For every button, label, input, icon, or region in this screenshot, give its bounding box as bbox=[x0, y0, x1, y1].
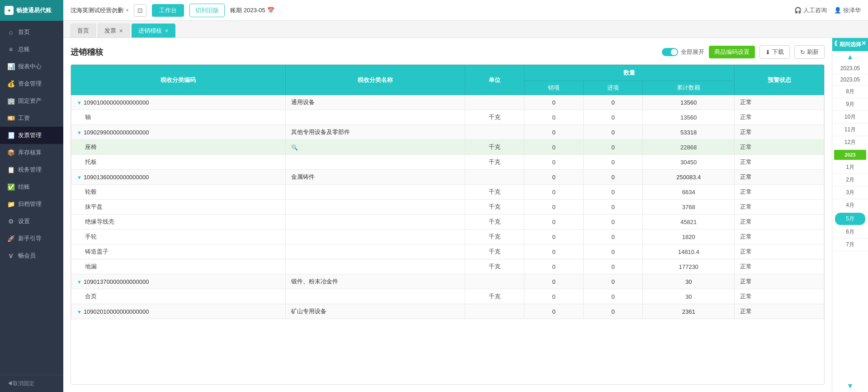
sidebar-item-guide[interactable]: 🚀 新手引导 bbox=[0, 230, 63, 247]
product-code-settings-button[interactable]: 商品编码设置 bbox=[709, 46, 755, 58]
workbench-button[interactable]: 工作台 bbox=[152, 4, 184, 17]
expand-icon[interactable]: ▼ bbox=[77, 309, 82, 315]
period-scroll-down-button[interactable]: ▼ bbox=[832, 380, 868, 392]
save-draft-button[interactable]: ⊡ bbox=[134, 4, 146, 17]
period-scroll-up-button[interactable]: ▲ bbox=[832, 51, 868, 63]
sidebar-item-settlement[interactable]: ✅ 结账 bbox=[0, 178, 63, 196]
period-item[interactable]: 6月 bbox=[832, 226, 868, 239]
cell-tax-name bbox=[285, 200, 465, 215]
main-panel: 进销稽核 全部展开 商品编码设置 ⬇ 下载 ↻ 刷 bbox=[63, 38, 832, 392]
col-header-total: 累计数额 bbox=[643, 81, 735, 95]
cell-tax-name bbox=[285, 155, 465, 170]
close-period-icon[interactable]: ✕ bbox=[861, 40, 866, 47]
app-logo: ✦ 畅捷通易代账 bbox=[0, 0, 63, 21]
top-bar-right: 🎧 人工咨询 👤 徐泽华 bbox=[794, 6, 861, 14]
sidebar-item-vip[interactable]: V 畅会员 bbox=[0, 247, 63, 264]
page-title: 进销稽核 bbox=[71, 47, 103, 57]
tab-home-label: 首页 bbox=[77, 27, 89, 35]
cell-status: 正常 bbox=[735, 185, 824, 200]
table-row: 托板 千克 0 0 30450 正常 bbox=[71, 155, 824, 170]
download-button[interactable]: ⬇ 下载 bbox=[760, 45, 790, 59]
cell-purchase: 0 bbox=[584, 274, 643, 289]
period-item[interactable]: 1月 bbox=[832, 161, 868, 174]
period-item[interactable]: 2023.05 bbox=[832, 74, 868, 86]
period-item[interactable]: 10月 bbox=[832, 111, 868, 124]
user-service-button[interactable]: 🎧 人工咨询 bbox=[794, 6, 827, 14]
period-item[interactable]: 4月 bbox=[832, 199, 868, 212]
cell-unit: 千克 bbox=[465, 140, 524, 155]
period-item[interactable]: 7月 bbox=[832, 239, 868, 251]
sidebar-item-inventory[interactable]: 📦 库存核算 bbox=[0, 144, 63, 161]
refresh-button[interactable]: ↻ 刷新 bbox=[794, 45, 825, 59]
data-table-container: 税收分类编码 税收分类名称 单位 数量 预警状态 销项 进项 累计数额 bbox=[71, 64, 825, 385]
period-year-marker: 2023 bbox=[834, 150, 866, 160]
period-label: 账期 bbox=[230, 6, 242, 14]
expand-icon[interactable]: ▼ bbox=[77, 175, 82, 180]
sidebar-label-invoice: 发票管理 bbox=[18, 131, 42, 139]
tab-reconciliation[interactable]: 进销稽核 ✕ bbox=[132, 24, 175, 38]
table-row: 绝缘导线壳 千克 0 0 45821 正常 bbox=[71, 215, 824, 229]
unpin-sidebar-button[interactable]: ◀取消固定 bbox=[0, 375, 63, 392]
period-item[interactable]: 9月 bbox=[832, 98, 868, 111]
sidebar-item-ledger[interactable]: ≡ 总账 bbox=[0, 41, 63, 58]
table-row: 合页 千克 0 0 30 正常 bbox=[71, 289, 824, 304]
period-panel: ⟪ 期间选择 ✕ ▲ 2023.052023.058月9月10月11月12月20… bbox=[832, 38, 868, 392]
cell-purchase: 0 bbox=[584, 244, 643, 259]
cell-tax-name: 锻件、粉末冶金件 bbox=[285, 274, 465, 289]
calendar-icon[interactable]: 📅 bbox=[267, 7, 274, 14]
sidebar-item-fund[interactable]: 💰 资金管理 bbox=[0, 75, 63, 92]
period-item[interactable]: 11月 bbox=[832, 124, 868, 136]
cell-purchase: 0 bbox=[584, 289, 643, 304]
cell-unit: 千克 bbox=[465, 110, 524, 125]
tab-invoice-label: 发票 bbox=[104, 27, 116, 35]
expand-icon[interactable]: ▼ bbox=[77, 130, 82, 135]
cell-tax-name bbox=[285, 289, 465, 304]
col-header-purchase: 进项 bbox=[584, 81, 643, 95]
search-icon[interactable]: 🔍 bbox=[291, 144, 298, 151]
page-actions: 全部展开 商品编码设置 ⬇ 下载 ↻ 刷新 bbox=[662, 45, 825, 59]
period-item[interactable]: 2023.05 bbox=[832, 63, 868, 74]
sidebar-item-report[interactable]: 📊 报表中心 bbox=[0, 58, 63, 75]
cell-unit: 千克 bbox=[465, 215, 524, 229]
sidebar-item-tax[interactable]: 📋 税务管理 bbox=[0, 161, 63, 178]
cell-status: 正常 bbox=[735, 244, 824, 259]
sidebar-item-invoice[interactable]: 🧾 发票管理 bbox=[0, 127, 63, 144]
period-item[interactable]: 2月 bbox=[832, 174, 868, 186]
cell-tax-code: 抹平盘 bbox=[71, 200, 286, 215]
cell-status: 正常 bbox=[735, 125, 824, 140]
sidebar-item-home[interactable]: ⌂ 首页 bbox=[0, 24, 63, 41]
period-item[interactable]: 3月 bbox=[832, 186, 868, 199]
expand-icon[interactable]: ▼ bbox=[77, 279, 82, 285]
tab-invoice[interactable]: 发票 ✕ bbox=[98, 24, 130, 38]
sidebar-item-archive[interactable]: 📁 归档管理 bbox=[0, 196, 63, 213]
tab-home[interactable]: 首页 bbox=[71, 24, 96, 38]
tab-reconciliation-close-icon[interactable]: ✕ bbox=[165, 28, 169, 34]
expand-icon[interactable]: ▼ bbox=[77, 100, 82, 105]
sidebar-item-salary[interactable]: 💴 工资 bbox=[0, 110, 63, 127]
tab-invoice-close-icon[interactable]: ✕ bbox=[119, 28, 123, 34]
period-value: 2023-05 bbox=[244, 7, 265, 14]
cell-total: 45821 bbox=[643, 215, 735, 229]
expand-all-toggle[interactable]: 全部展开 bbox=[662, 48, 704, 56]
top-bar: 沈海英测试经营勿删 ▾ ⊡ 工作台 切到旧版 账期 2023-05 📅 🎧 人工… bbox=[63, 0, 868, 21]
cell-sales: 0 bbox=[524, 170, 584, 185]
cell-sales: 0 bbox=[524, 140, 584, 155]
switch-version-button[interactable]: 切到旧版 bbox=[189, 4, 225, 17]
period-item[interactable]: 8月 bbox=[832, 86, 868, 98]
table-row: 手轮 千克 0 0 1820 正常 bbox=[71, 229, 824, 244]
sidebar-label-vip: 畅会员 bbox=[18, 252, 36, 260]
sidebar-label-report: 报表中心 bbox=[18, 62, 42, 71]
cell-status: 正常 bbox=[735, 200, 824, 215]
sidebar-item-settings[interactable]: ⚙ 设置 bbox=[0, 213, 63, 230]
expand-period-icon[interactable]: ⟪ bbox=[834, 40, 837, 47]
sidebar-label-fund: 资金管理 bbox=[18, 80, 42, 88]
user-profile-button[interactable]: 👤 徐泽华 bbox=[834, 6, 861, 14]
cell-purchase: 0 bbox=[584, 155, 643, 170]
period-item[interactable]: 12月 bbox=[832, 136, 868, 149]
company-selector[interactable]: 沈海英测试经营勿删 ▾ bbox=[71, 6, 128, 14]
cell-status: 正常 bbox=[735, 289, 824, 304]
toggle-track[interactable] bbox=[662, 48, 678, 56]
unpin-label: ◀取消固定 bbox=[7, 380, 34, 387]
sidebar-item-fixed-assets[interactable]: 🏢 固定资产 bbox=[0, 92, 63, 110]
period-item-active[interactable]: 5月 bbox=[835, 213, 865, 225]
